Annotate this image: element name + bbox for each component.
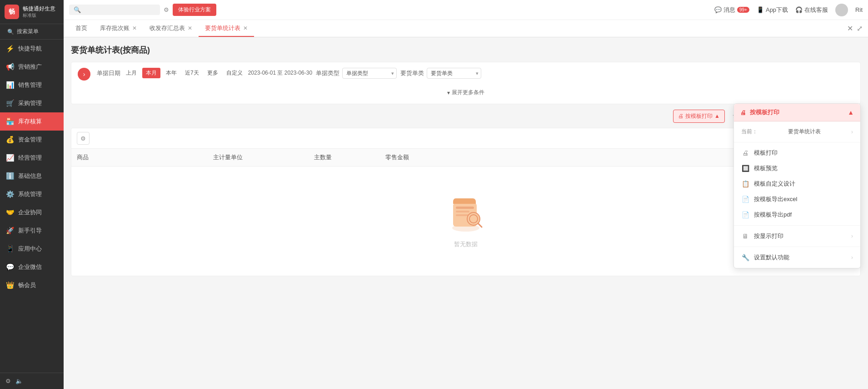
display-print-item[interactable]: 🖥 按显示打印 › [734,228,860,244]
sidebar-logo-text-group: 畅捷通好生意 标准版 [23,5,55,19]
sidebar-item-system[interactable]: ⚙️系统管理 [0,185,64,203]
sidebar-item-business[interactable]: 📈经营管理 [0,149,64,167]
sidebar-logo-icon: 畅 [5,5,19,19]
nav-icon-system: ⚙️ [5,190,15,199]
nav-label-basic: 基础信息 [18,172,42,180]
message-item[interactable]: 💬 消息 99+ [714,6,749,14]
date-custom-btn[interactable]: 自定义 [224,68,245,78]
print-dropdown-popup: 🖨 按模板打印 ▲ 当前： 要货单统计表 › 🖨 模板打印 [733,103,861,268]
tab-close-order-stats[interactable]: ✕ [243,25,248,31]
date-this-month-btn[interactable]: 本月 [142,68,160,78]
dropdown-display-section: 🖥 按显示打印 › [734,226,860,247]
default-func-item[interactable]: 🔧 设置默认功能 › [734,250,860,265]
default-func-icon: 🔧 [741,254,749,261]
nav-icon-apps: 📱 [5,244,15,253]
date-prev-month-btn[interactable]: 上月 [123,68,140,78]
topbar-settings-icon[interactable]: ⚙ [164,6,169,13]
sidebar-item-marketing[interactable]: 📢营销推广 [0,58,64,76]
empty-icon [443,194,489,235]
template-export-excel-item[interactable]: 📄 按模板导出excel [734,192,860,207]
tab-label-order-stats: 要货单统计表 [205,24,240,32]
svg-rect-2 [456,207,474,209]
nav-icon-member: 👑 [5,281,15,290]
template-export-pdf-item[interactable]: 📄 按模板导出pdf [734,207,860,222]
nav-label-finance: 资金管理 [18,136,42,144]
dropdown-header-right: ▲ [848,109,854,116]
tab-home[interactable]: 首页 [69,20,94,37]
current-arrow: › [851,129,853,135]
sidebar-logo: 畅 畅捷通好生意 标准版 [0,0,64,24]
nav-label-business: 经营管理 [18,154,42,162]
date-filter-label: 单据日期 [97,69,120,77]
filter-toggle-btn[interactable]: › [78,68,90,81]
sidebar-nav-list: ⚡快捷导航📢营销推广📊销售管理🛒采购管理🏪库存核算💰资金管理📈经营管理ℹ️基础信… [0,40,64,373]
message-icon: 💬 [714,6,722,13]
nav-icon-guide: 🚀 [5,226,15,235]
sidebar-logo-title: 畅捷通好生意 [23,5,55,13]
sidebar-item-wechat[interactable]: 💬企业微信 [0,258,64,276]
template-export-excel-icon: 📄 [741,196,749,203]
sidebar-item-basic[interactable]: ℹ️基础信息 [0,167,64,185]
template-custom-left: 📋 模板自定义设计 [741,180,795,188]
close-all-icon[interactable]: ✕ [847,24,853,33]
nav-icon-purchase: 🛒 [5,99,15,108]
sidebar-item-guide[interactable]: 🚀新手引导 [0,222,64,240]
nav-label-guide: 新手引导 [18,227,42,235]
template-export-excel-label: 按模板导出excel [754,195,797,203]
display-print-arrow: › [851,233,853,239]
filter-bar: › 单据日期 上月 本月 本年 近7天 更多 自定义 2023-06-01 至 … [71,62,861,104]
dropdown-up-arrow[interactable]: ▲ [848,109,854,116]
sidebar-item-apps[interactable]: 📱应用中心 [0,240,64,258]
topbar-search-input[interactable] [81,7,145,13]
printer-header-icon: 🖨 [740,109,746,116]
footer-sound-icon[interactable]: 🔈 [15,378,23,384]
order-type-select[interactable]: 要货单类 [427,68,481,79]
expand-icon[interactable]: ⤢ [857,24,863,33]
tab-label-home: 首页 [75,24,87,32]
type-select-wrapper: 单据类型 [342,68,397,79]
trial-btn[interactable]: 体验行业方案 [173,4,216,16]
nav-label-wechat: 企业微信 [18,263,42,271]
sidebar-item-member[interactable]: 👑畅会员 [0,276,64,294]
print-btn[interactable]: 🖨 按模板打印 ▲ [673,110,725,123]
expand-more-btn[interactable]: ▾ 展开更多条件 [444,87,488,98]
date-7days-btn[interactable]: 近7天 [182,68,202,78]
date-more-btn[interactable]: 更多 [205,68,221,78]
display-print-left: 🖥 按显示打印 [741,232,783,240]
sidebar-item-quick-nav[interactable]: ⚡快捷导航 [0,40,64,58]
search-icon: 🔍 [7,29,14,35]
template-print-item[interactable]: 🖨 模板打印 [734,145,860,161]
current-template-name: 要货单统计表 [788,128,821,136]
sidebar-search[interactable]: 🔍 搜索菜单 [0,24,64,40]
sidebar-item-purchase[interactable]: 🛒采购管理 [0,94,64,112]
tab-order-stats[interactable]: 要货单统计表✕ [199,20,254,37]
col-settings-btn[interactable]: ⚙ [77,132,90,145]
tab-collection-summary[interactable]: 收发存汇总表✕ [143,20,199,37]
sidebar-item-inventory[interactable]: 🏪库存核算 [0,112,64,131]
sidebar-item-sales[interactable]: 📊销售管理 [0,76,64,94]
nav-icon-quick-nav: ⚡ [5,44,15,53]
type-select[interactable]: 单据类型 [342,68,397,79]
app-download-item[interactable]: 📱 App下载 [757,6,788,14]
date-range-display: 2023-06-01 至 2023-06-30 [248,69,312,77]
template-preview-item[interactable]: 🔲 模板预览 [734,161,860,176]
dropdown-current-section: 当前： 要货单统计表 › [734,121,860,142]
sidebar-item-cooperation[interactable]: 🤝企业协同 [0,203,64,222]
dropdown-header: 🖨 按模板打印 ▲ [734,104,860,121]
tab-close-collection-summary[interactable]: ✕ [188,25,192,31]
tab-inventory-batch[interactable]: 库存批次账✕ [94,20,143,37]
online-service-item[interactable]: 🎧 在线客服 [795,6,828,14]
template-custom-item[interactable]: 📋 模板自定义设计 [734,176,860,192]
template-preview-label: 模板预览 [754,164,778,172]
footer-settings-icon[interactable]: ⚙ [5,378,11,384]
dropdown-current-label: 当前： 要货单统计表 › [734,124,860,139]
topbar-search-area[interactable]: 🔍 [69,5,160,15]
date-this-year-btn[interactable]: 本年 [163,68,180,78]
user-avatar[interactable] [835,4,848,16]
content-area: 要货单统计表(按商品) › 单据日期 上月 本月 本年 近7天 更多 自定义 2… [64,37,868,389]
tab-close-inventory-batch[interactable]: ✕ [132,25,137,31]
nav-label-system: 系统管理 [18,190,42,198]
user-name: Rit [855,6,863,13]
dropdown-actions-section: 🖨 模板打印 🔲 模板预览 📋 模板自定义设计 [734,142,860,226]
sidebar-item-finance[interactable]: 💰资金管理 [0,131,64,149]
